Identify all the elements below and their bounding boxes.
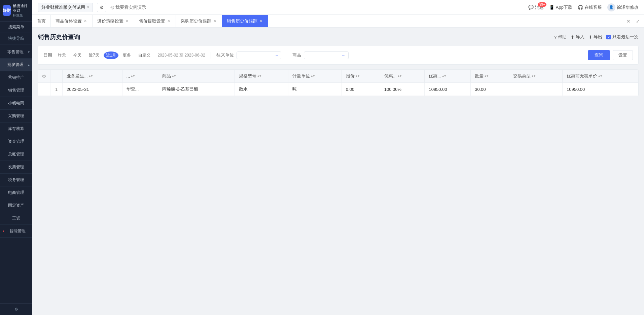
avatar: 👤 bbox=[607, 3, 615, 11]
sort-icon: ▴▾ bbox=[172, 74, 176, 78]
data-table-wrap: ⚙ 业务发生... ▴▾ ... ▴▾ bbox=[38, 69, 639, 96]
tab-maximize-icon[interactable]: ⤢ bbox=[635, 17, 641, 25]
col-product[interactable]: 商品 ▴▾ bbox=[158, 70, 235, 83]
tab-close-icon[interactable]: ✕ bbox=[83, 19, 87, 24]
row-settings[interactable] bbox=[38, 83, 50, 96]
col-more[interactable]: ... ▴▾ bbox=[122, 70, 158, 83]
tab-sales-history[interactable]: 销售历史价跟踪 ✕ bbox=[222, 15, 268, 28]
tab-purchase-strategy[interactable]: 进价策略设置 ✕ bbox=[93, 15, 134, 28]
col-quoted-price[interactable]: 报价 ▴▾ bbox=[342, 70, 380, 83]
date-range-text: 2023-05-02 至 2023-06-02 bbox=[157, 53, 205, 58]
user-name: 徐泽华修改 bbox=[617, 4, 639, 10]
import-button[interactable]: ⬆ 导入 bbox=[571, 34, 584, 40]
tab-price-settings[interactable]: 商品价格设置 ✕ bbox=[51, 15, 93, 28]
date-btn-today[interactable]: 今天 bbox=[70, 51, 84, 59]
product-input[interactable] bbox=[307, 53, 341, 58]
settings-button[interactable]: 设置 bbox=[613, 50, 633, 60]
main-area: 好业财标准版交付试用 ▾ ⚙ ◎ 我要看实例演示 💬 消息 99+ 📱 App下… bbox=[32, 0, 644, 315]
col-unit[interactable]: 计量单位 ▴▾ bbox=[288, 70, 342, 83]
sidebar-item-invoice[interactable]: 发票管理 bbox=[0, 161, 32, 174]
col-pretax-price[interactable]: 优惠前无税单价 ▴▾ bbox=[563, 70, 638, 83]
sort-icon: ▴▾ bbox=[398, 74, 402, 78]
row-quoted-price: 0.00 bbox=[342, 83, 380, 96]
tab-close-icon[interactable]: ✕ bbox=[125, 19, 129, 24]
table-body: 1 2023-05-31 华查... 丙烯酸-2-乙基己酯 散水 吨 0.00 … bbox=[38, 83, 638, 96]
source-unit-more-icon[interactable]: ··· bbox=[275, 53, 278, 58]
messages-button[interactable]: 💬 消息 99+ bbox=[528, 4, 544, 10]
sidebar-item-purchase[interactable]: 采购管理 bbox=[0, 110, 32, 123]
online-service-button[interactable]: 🎧 在线客服 bbox=[578, 4, 602, 10]
export-button[interactable]: ⬇ 导出 bbox=[588, 34, 602, 40]
sidebar-item-salary[interactable]: 工资 bbox=[0, 212, 32, 225]
demo-label: 我要看实例演示 bbox=[115, 4, 146, 10]
table-header-row: ⚙ 业务发生... ▴▾ ... ▴▾ bbox=[38, 70, 638, 83]
col-quantity[interactable]: 数量 ▴▾ bbox=[471, 70, 509, 83]
date-btn-7days[interactable]: 近7天 bbox=[86, 51, 102, 59]
sort-icon: ▴▾ bbox=[311, 74, 315, 78]
col-discount1[interactable]: 优惠... ▴▾ bbox=[380, 70, 425, 83]
sidebar-logo: 好财 畅捷通好业财 标准版 bbox=[0, 0, 32, 22]
product-filter-group: 商品 ··· bbox=[292, 51, 349, 59]
message-icon: 💬 bbox=[528, 5, 534, 10]
sidebar-search[interactable]: 搜索菜单 bbox=[0, 22, 32, 33]
sidebar-item-smart[interactable]: 智能管理 bbox=[0, 225, 32, 238]
tab-close-icon[interactable]: ✕ bbox=[167, 19, 171, 24]
demo-button[interactable]: ◎ 我要看实例演示 bbox=[110, 4, 146, 10]
data-table: ⚙ 业务发生... ▴▾ ... ▴▾ bbox=[38, 70, 638, 96]
logo-icon: 好财 bbox=[3, 5, 11, 16]
tab-sale-extract[interactable]: 售价提取设置 ✕ bbox=[134, 15, 176, 28]
sidebar-item-marketing[interactable]: 营销推广 bbox=[0, 71, 32, 84]
tab-label: 商品价格设置 bbox=[56, 18, 82, 24]
product-more-icon[interactable]: ··· bbox=[342, 53, 346, 58]
sidebar-settings-button[interactable]: ⚙ bbox=[0, 303, 32, 315]
query-button[interactable]: 查询 bbox=[588, 50, 610, 60]
export-icon: ⬇ bbox=[588, 35, 592, 40]
sidebar-nav: 零售管理 ▾ 批发管理 ▴ 营销推广 销售管理 小畅电商 采购管理 库存核算 资… bbox=[0, 44, 32, 239]
date-btn-more[interactable]: 更多 bbox=[120, 51, 134, 59]
col-spec[interactable]: 规格型号 ▴▾ bbox=[235, 70, 288, 83]
date-btn-1month[interactable]: 近1月 bbox=[104, 51, 119, 59]
only-last-label: 只看最后一次 bbox=[612, 34, 639, 40]
tab-label: 首页 bbox=[37, 18, 46, 24]
app-download-label: App下载 bbox=[556, 4, 572, 10]
sidebar-item-ledger[interactable]: 总账管理 bbox=[0, 148, 32, 161]
source-unit-input[interactable] bbox=[240, 53, 273, 58]
user-menu[interactable]: 👤 徐泽华修改 bbox=[607, 3, 639, 11]
filter-actions: 查询 设置 bbox=[588, 50, 633, 60]
sidebar-item-sales[interactable]: 销售管理 bbox=[0, 84, 32, 97]
sidebar-item-finance[interactable]: 资金管理 bbox=[0, 135, 32, 148]
topbar-settings-icon[interactable]: ⚙ bbox=[97, 3, 106, 12]
tab-home[interactable]: 首页 bbox=[32, 15, 51, 28]
sidebar-item-ecommerce[interactable]: 电商管理 bbox=[0, 186, 32, 199]
sidebar-item-ecommerce-small[interactable]: 小畅电商 bbox=[0, 97, 32, 110]
online-service-label: 在线客服 bbox=[584, 4, 602, 10]
only-last-checkbox[interactable]: ✓ 只看最后一次 bbox=[606, 34, 639, 40]
tab-close-icon[interactable]: ✕ bbox=[259, 19, 263, 24]
tabbar: 首页 商品价格设置 ✕ 进价策略设置 ✕ 售价提取设置 ✕ 采购历史价跟踪 ✕ … bbox=[32, 15, 644, 28]
table-row[interactable]: 1 2023-05-31 华查... 丙烯酸-2-乙基己酯 散水 吨 0.00 … bbox=[38, 83, 638, 96]
help-button[interactable]: ? 帮助 bbox=[554, 34, 567, 40]
topbar-right: 💬 消息 99+ 📱 App下载 🎧 在线客服 👤 徐泽华修改 bbox=[528, 3, 639, 11]
source-unit-input-wrap: ··· bbox=[237, 51, 281, 59]
date-btn-custom[interactable]: 自定义 bbox=[135, 51, 153, 59]
col-trade-type[interactable]: 交易类型 ▴▾ bbox=[509, 70, 563, 83]
tab-close-icon[interactable]: ✕ bbox=[213, 19, 217, 24]
col-discount2[interactable]: 优惠... ▴▾ bbox=[425, 70, 471, 83]
col-settings[interactable]: ⚙ bbox=[38, 70, 50, 83]
version-selector-text: 好业财标准版交付试用 bbox=[41, 4, 85, 10]
sidebar-item-tax[interactable]: 税务管理 bbox=[0, 174, 32, 186]
sidebar-item-assets[interactable]: 固定资产 bbox=[0, 199, 32, 212]
product-filter-label: 商品 bbox=[292, 52, 301, 58]
sidebar-item-retail[interactable]: 零售管理 ▾ bbox=[0, 46, 32, 59]
app-download-button[interactable]: 📱 App下载 bbox=[549, 4, 572, 10]
tab-close-window-icon[interactable]: ✕ bbox=[625, 17, 632, 25]
sidebar-item-wholesale[interactable]: 批发管理 ▴ bbox=[0, 59, 32, 71]
row-unit: 吨 bbox=[288, 83, 342, 96]
col-business-date[interactable]: 业务发生... ▴▾ bbox=[63, 70, 122, 83]
date-btn-yesterday[interactable]: 昨天 bbox=[55, 51, 69, 59]
sidebar-item-inventory[interactable]: 库存核算 bbox=[0, 123, 32, 135]
row-business-date: 2023-05-31 bbox=[63, 83, 122, 96]
sidebar-quick-nav[interactable]: 快捷导航 bbox=[0, 33, 32, 44]
tab-purchase-history[interactable]: 采购历史价跟踪 ✕ bbox=[176, 15, 222, 28]
version-selector[interactable]: 好业财标准版交付试用 ▾ bbox=[38, 3, 93, 12]
